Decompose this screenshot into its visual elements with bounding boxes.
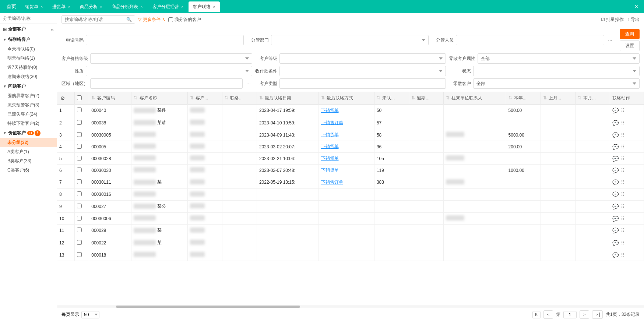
more-icon[interactable]: ··· [245,81,252,87]
last-method-link[interactable]: 下销货单 [321,144,339,149]
last-method-link[interactable]: 下销售订单 [321,180,343,185]
row-last-method[interactable] [319,249,374,261]
tab-sales[interactable]: 销货单 × [21,1,47,12]
dept-select[interactable] [271,35,429,45]
row-checkbox-cell[interactable] [75,225,89,237]
row-last-method[interactable]: 下销售订单 [319,176,374,189]
row-checkbox[interactable] [77,227,82,232]
last-method-link[interactable]: 下销售订单 [321,120,343,125]
sidebar-item-overdue-pending[interactable]: 逾期未联络(30) [0,72,57,81]
message-icon[interactable]: 💬 [612,204,619,209]
more-actions-icon[interactable]: ⠿ [621,191,624,197]
row-checkbox[interactable] [77,179,82,184]
close-icon[interactable]: × [213,4,215,9]
more-actions-icon[interactable]: ⠿ [621,240,624,246]
horizontal-scrollbar[interactable] [57,305,644,308]
row-checkbox[interactable] [77,107,82,112]
row-last-method[interactable]: 下销货单 [319,129,374,141]
query-button[interactable]: 查询 [620,29,640,39]
tab-customer-segment[interactable]: 客户分层经营 × [148,1,188,12]
row-checkbox-cell[interactable] [75,249,89,261]
retail-attr-select[interactable]: 全部 [478,53,640,64]
row-checkbox[interactable] [77,252,82,257]
col-this-month[interactable]: ⇅ 本月... [575,92,610,105]
price-level-select[interactable] [90,53,252,64]
more-actions-icon[interactable]: ⠿ [621,179,624,185]
row-checkbox-cell[interactable] [75,165,89,176]
message-icon[interactable]: 💬 [612,132,619,138]
batch-op-button[interactable]: ☑ 批量操作 [601,17,624,23]
sidebar-item-lost[interactable]: 已流失客户(24) [0,110,57,119]
more-icon[interactable]: ··· [606,37,614,43]
row-checkbox-cell[interactable] [75,176,89,189]
customer-type-input[interactable] [279,78,446,89]
col-name[interactable]: ⇅ 客户名称 [131,92,187,105]
retail-customer-select[interactable]: 全部 [473,78,640,89]
message-icon[interactable]: 💬 [612,179,619,185]
row-last-method[interactable] [319,213,374,225]
more-actions-icon[interactable]: ⠿ [621,216,624,222]
row-checkbox-cell[interactable] [75,129,89,141]
message-icon[interactable]: 💬 [612,191,619,197]
person-input[interactable] [456,35,604,45]
message-icon[interactable]: 💬 [612,216,619,222]
row-checkbox[interactable] [77,156,82,160]
last-method-link[interactable]: 下销货单 [321,132,339,137]
more-actions-icon[interactable]: ⠿ [621,156,624,162]
row-checkbox-cell[interactable] [75,105,89,117]
row-checkbox-cell[interactable] [75,200,89,213]
more-actions-icon[interactable]: ⠿ [621,107,624,113]
row-checkbox[interactable] [77,132,82,137]
row-checkbox-cell[interactable] [75,188,89,200]
select-all-checkbox[interactable] [77,95,82,100]
prev-page-button[interactable]: ＜ [543,310,553,319]
search-input[interactable] [65,17,126,22]
export-button[interactable]: ↑ 导出 [627,17,640,23]
row-checkbox-cell[interactable] [75,237,89,249]
status-select[interactable] [473,66,640,76]
page-input[interactable] [563,311,577,318]
phone-input[interactable] [86,35,244,45]
message-icon[interactable]: 💬 [612,167,619,173]
tab-purchase[interactable]: 进货单 × [48,1,74,12]
sidebar-item-tomorrow-pending[interactable]: 明天待联络(1) [0,54,57,63]
col-code[interactable]: ⇅ 客户编码 [89,92,131,105]
problem-group-title[interactable]: ▼ 问题客户 [0,81,57,91]
row-checkbox-cell[interactable] [75,141,89,153]
col-this-year[interactable]: ⇅ 本年... [506,92,541,105]
more-filter-button[interactable]: ▽ 更多条件 ∧ [138,17,165,23]
sidebar-item-class-b[interactable]: B类客户(33) [0,156,57,166]
window-close-button[interactable]: × [632,3,641,10]
message-icon[interactable]: 💬 [612,144,619,150]
more-actions-icon[interactable]: ⠿ [621,252,624,258]
more-actions-icon[interactable]: ⠿ [621,227,624,233]
row-checkbox[interactable] [77,144,82,149]
settings-icon[interactable]: ⚙ [59,94,66,102]
row-checkbox[interactable] [77,191,82,196]
sidebar-item-today-pending[interactable]: 今天待联络(0) [0,45,57,54]
settings-header[interactable]: ⚙ [57,92,75,105]
message-icon[interactable]: 💬 [612,240,619,246]
row-last-method[interactable]: 下销货单 [319,153,374,165]
sidebar-search-input[interactable] [3,16,57,21]
sidebar-item-declining[interactable]: 持续下滑客户(2) [0,119,57,128]
reset-button[interactable]: 设置 [620,40,640,51]
row-checkbox-cell[interactable] [75,153,89,165]
more-actions-icon[interactable]: ⠿ [621,120,624,126]
tab-analysis[interactable]: 商品分析 × [75,1,106,12]
pending-group-title[interactable]: ▼ 待联络客户 [0,35,57,45]
close-icon[interactable]: × [100,4,102,9]
all-customers-header[interactable]: ⊞ 全部客户 « [0,24,57,35]
row-last-method[interactable] [319,225,374,237]
last-method-link[interactable]: 下销货单 [321,167,339,173]
col-last-month[interactable]: ⇅ 上月... [541,92,575,105]
row-checkbox[interactable] [77,167,82,172]
message-icon[interactable]: 💬 [612,156,619,162]
sidebar-item-abnormal[interactable]: 囤购异常客户(2) [0,91,57,100]
scrollbar-thumb[interactable] [116,306,300,308]
tab-customer-contact[interactable]: 客户联络 × [189,1,219,12]
col-contact[interactable]: ⇅ 联络... [222,92,257,105]
payment-select[interactable] [279,66,446,76]
row-checkbox[interactable] [77,204,82,208]
sidebar-item-week-pending[interactable]: 近7天待联络(0) [0,63,57,72]
